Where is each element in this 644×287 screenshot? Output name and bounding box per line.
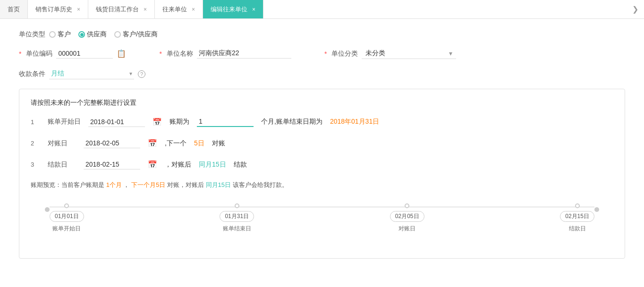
period-row2-suffix: 对账: [212, 139, 225, 148]
period-row2-highlight: 5日: [194, 139, 204, 148]
radio-customer[interactable]: 客户: [49, 30, 71, 39]
period-label-3: 结款日: [48, 160, 76, 169]
timeline-dot-3: [405, 203, 409, 208]
unit-name-input[interactable]: [197, 49, 291, 59]
unit-code-calendar-icon[interactable]: 📋: [117, 49, 126, 58]
tab-cash-ledger-close[interactable]: ×: [144, 6, 147, 13]
unit-category-star: *: [324, 50, 327, 58]
period-date-input-2[interactable]: [84, 138, 140, 148]
unit-category-value: 未分类: [365, 49, 449, 58]
timeline-start-dot: [45, 207, 50, 212]
unit-category-select[interactable]: 未分类 ▾: [362, 48, 456, 59]
tab-cash-ledger[interactable]: 钱货日清工作台 ×: [88, 0, 155, 18]
unit-name-star: *: [159, 50, 161, 58]
period-num-2: 2: [31, 140, 40, 147]
period-row1-suffix-before: 账期为: [169, 118, 189, 126]
radio-customer-circle: [49, 31, 56, 38]
radio-supplier[interactable]: 供应商: [78, 30, 107, 39]
period-num-1: 1: [31, 118, 40, 126]
period-num-months-input[interactable]: [197, 117, 254, 127]
unit-code-input[interactable]: [56, 49, 113, 59]
radio-supplier-circle: [78, 31, 85, 38]
timeline-date-box-4: 02月15日: [560, 211, 594, 222]
tab-home[interactable]: 首页: [0, 0, 28, 18]
period-row2-prefix: ,下一个: [165, 139, 186, 148]
timeline-point-3: 02月05日 对账日: [390, 203, 424, 233]
period-date-input-3[interactable]: [84, 160, 140, 169]
preview-part3: 同月15日: [206, 181, 231, 188]
timeline-dot-2: [235, 203, 239, 208]
unit-code-label: 单位编码: [26, 50, 52, 58]
radio-customer-label: 客户: [58, 30, 71, 39]
timeline-label-1: 账单开始日: [52, 225, 81, 233]
payment-terms-help-icon[interactable]: ?: [138, 70, 145, 78]
preview-part2: 下一个月5日: [131, 181, 165, 188]
timeline-container: 01月01日 账单开始日 01月31日 账单结束日 02月05日 对账日: [31, 199, 613, 247]
period-num-3: 3: [31, 161, 40, 168]
preview-text: 账期预览：当前客户账期是 1个月 ， 下一个月5日 对账，对账后 同月15日 该…: [31, 181, 613, 189]
tab-sales-order-history-label: 销售订单历史: [35, 5, 72, 14]
tab-partner-units-close[interactable]: ×: [192, 6, 195, 13]
unit-category-label: 单位分类: [331, 50, 358, 58]
tab-edit-partner-unit[interactable]: 编辑往来单位 ×: [203, 0, 263, 18]
tab-sales-order-history-close[interactable]: ×: [77, 6, 80, 13]
tab-home-label: 首页: [8, 5, 20, 14]
period-section-title: 请按照未来的一个完整帐期进行设置: [31, 99, 613, 107]
preview-part1: 1个月: [106, 181, 122, 188]
tab-more-button[interactable]: ❯: [627, 5, 644, 14]
period-row3-highlight: 同月15日: [199, 160, 226, 169]
tab-partner-units-label: 往来单位: [162, 5, 187, 14]
tab-sales-order-history[interactable]: 销售订单历史 ×: [28, 0, 88, 18]
preview-middle: 对账，对账后: [167, 181, 204, 188]
period-row3-prefix: ，对账后: [165, 160, 191, 169]
period-row-3: 3 结款日 📅 ，对账后 同月15日 结款: [31, 160, 613, 169]
period-row-2: 2 对账日 📅 ,下一个 5日 对账: [31, 138, 613, 148]
payment-terms-select[interactable]: 月结 ▾: [49, 68, 134, 79]
preview-end: 该客户会给我打款。: [233, 181, 288, 188]
period-label-2: 对账日: [48, 139, 76, 148]
timeline-label-4: 结款日: [569, 225, 586, 233]
period-calendar-icon-2[interactable]: 📅: [148, 139, 157, 148]
main-content: 单位类型 客户 供应商 客户/供应商 * 单位编码: [0, 19, 644, 287]
unit-name-label: 单位名称: [167, 50, 193, 58]
period-row-1: 1 账单开始日 📅 账期为 个月,账单结束日期为 2018年01月31日: [31, 117, 613, 127]
timeline-dot-4: [575, 203, 580, 208]
preview-label: 账期预览：当前客户账期是: [31, 181, 104, 188]
timeline-label-2: 账单结束日: [223, 225, 251, 233]
period-row3-suffix: 结款: [234, 160, 247, 169]
unit-type-label: 单位类型: [19, 30, 45, 39]
unit-type-field: 单位类型 客户 供应商 客户/供应商: [19, 30, 158, 39]
radio-customer-supplier[interactable]: 客户/供应商: [114, 30, 158, 39]
payment-terms-label: 收款条件: [19, 70, 45, 78]
period-row1-highlight: 2018年01月31日: [330, 118, 379, 126]
tab-more-icon: ❯: [632, 5, 638, 13]
tab-bar: 首页 销售订单历史 × 钱货日清工作台 × 往来单位 × 编辑往来单位 × ❯: [0, 0, 644, 19]
unit-info-row: * 单位编码 📋 * 单位名称 * 单位分类 未分类 ▾: [19, 48, 625, 59]
unit-name-field: * 单位名称: [159, 49, 291, 59]
radio-supplier-label: 供应商: [87, 30, 107, 39]
period-row1-suffix-after: 个月,账单结束日期为: [261, 118, 322, 126]
payment-terms-row: 收款条件 月结 ▾ ?: [19, 68, 625, 79]
unit-type-row: 单位类型 客户 供应商 客户/供应商: [19, 30, 625, 39]
period-date-input-1[interactable]: [88, 117, 145, 127]
period-section: 请按照未来的一个完整帐期进行设置 1 账单开始日 📅 账期为 个月,账单结束日期…: [19, 89, 625, 259]
tab-cash-ledger-label: 钱货日清工作台: [96, 5, 139, 14]
period-calendar-icon-3[interactable]: 📅: [148, 160, 157, 169]
radio-customer-supplier-circle: [114, 31, 121, 38]
radio-customer-supplier-label: 客户/供应商: [123, 30, 158, 39]
unit-code-star: *: [19, 50, 21, 58]
timeline-points: 01月01日 账单开始日 01月31日 账单结束日 02月05日 对账日: [50, 203, 594, 233]
period-calendar-icon-1[interactable]: 📅: [153, 118, 162, 127]
unit-code-field: * 单位编码 📋: [19, 49, 126, 59]
timeline-date-box-3: 02月05日: [390, 211, 424, 222]
timeline-point-4: 02月15日 结款日: [560, 203, 594, 233]
unit-category-field: * 单位分类 未分类 ▾: [324, 48, 456, 59]
tab-partner-units[interactable]: 往来单位 ×: [155, 0, 203, 18]
payment-terms-arrow-icon: ▾: [129, 70, 132, 77]
tab-edit-partner-unit-close[interactable]: ×: [252, 6, 255, 13]
timeline-end-dot: [594, 207, 599, 212]
timeline-point-1: 01月01日 账单开始日: [50, 203, 84, 233]
timeline-point-2: 01月31日 账单结束日: [220, 203, 254, 233]
payment-terms-value: 月结: [51, 69, 127, 78]
timeline-label-3: 对账日: [398, 225, 415, 233]
